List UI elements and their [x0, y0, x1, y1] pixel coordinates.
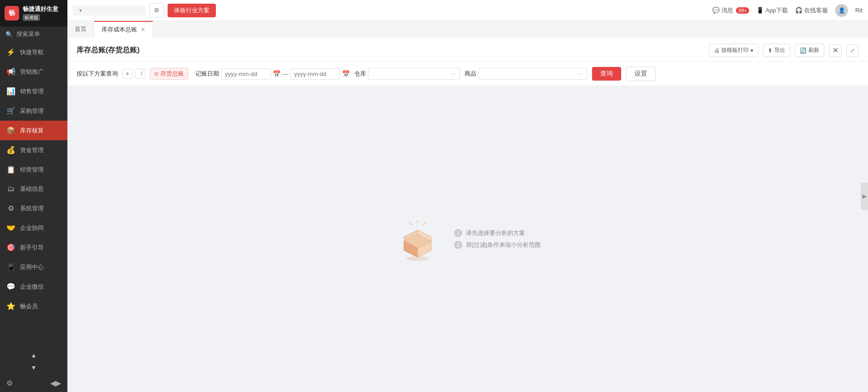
breadcrumb[interactable]: ▾	[73, 5, 146, 15]
sales-icon: 📊	[6, 87, 15, 96]
goods-input-wrap[interactable]: ···	[478, 68, 587, 80]
page-header: 库存总账(存货总账) 🖨 按模板打印 ▾ ⬆ 导出 🔄 刷新 ✕ ⤢	[67, 37, 868, 62]
footer-collapse-icon[interactable]: ◀▶	[50, 379, 61, 387]
message-icon: 💬	[712, 7, 720, 14]
empty-tip-2: 2 用[过滤]条件来缩小分析范围	[454, 241, 540, 249]
svg-point-5	[406, 256, 429, 261]
tab-inventory-ledger[interactable]: 库存成本总账 ✕	[94, 21, 153, 37]
filter-row: 记账日期 📅 — 📅 仓库 ··· 商品	[195, 66, 859, 81]
filter-scheme: ⊙ 存货总账	[150, 68, 188, 80]
date-field-label: 记账日期	[195, 70, 219, 78]
operation-icon: 📋	[6, 165, 15, 174]
user-name[interactable]: Rit	[855, 7, 863, 14]
sidebar-item-wechat[interactable]: 💬 企业微信	[0, 277, 67, 296]
phone-icon: 📱	[756, 7, 764, 14]
goods-input[interactable]	[482, 71, 576, 77]
date-filter-group: 记账日期 📅 — 📅	[195, 68, 350, 80]
app-logo: 畅 畅捷通好生意 标准版	[0, 0, 67, 26]
tip-num-2: 2	[454, 241, 462, 249]
query-button[interactable]: 查询	[592, 67, 621, 81]
close-panel-button[interactable]: ✕	[829, 44, 842, 57]
export-icon: ⬆	[768, 47, 772, 54]
topbar-left: ▾ ⚙ 体验行业方案	[73, 3, 708, 18]
sidebar-item-cooperation[interactable]: 🤝 企业协同	[0, 218, 67, 238]
refresh-button[interactable]: 🔄 刷新	[795, 44, 824, 57]
user-avatar: 👤	[835, 4, 848, 17]
sidebar-item-purchase[interactable]: 🛒 采购管理	[0, 101, 67, 121]
tabbar: 首页 库存成本总账 ✕	[67, 21, 868, 37]
goods-filter-group: 商品 ···	[465, 68, 587, 80]
search-icon: 🔍	[5, 31, 13, 38]
sidebar-item-quick-nav[interactable]: ⚡ 快捷导航	[0, 42, 67, 62]
basic-icon: 🗂	[6, 185, 15, 193]
industry-button[interactable]: 体验行业方案	[168, 4, 216, 17]
app-center-icon: 📱	[6, 263, 15, 271]
sidebar-item-member[interactable]: ⭐ 畅会员	[0, 296, 67, 316]
date-start-input[interactable]	[221, 68, 271, 80]
tab-home[interactable]: 首页	[67, 21, 94, 37]
tip-num-1: 1	[454, 229, 462, 237]
sidebar-item-basic[interactable]: 🗂 基础信息	[0, 179, 67, 199]
settings-icon: ⚙	[154, 7, 159, 14]
app-download-button[interactable]: 📱 App下载	[756, 6, 788, 15]
inventory-icon: 📦	[6, 126, 15, 135]
sidebar-footer: ⚙ ◀▶	[0, 374, 67, 392]
export-button[interactable]: ⬆ 导出	[763, 44, 790, 57]
online-service-button[interactable]: 🎧 在线客服	[795, 6, 828, 15]
empty-illustration	[395, 216, 440, 262]
quick-nav-icon: ⚡	[6, 48, 15, 56]
sidebar-scroll-up[interactable]: ▲	[0, 349, 67, 361]
message-button[interactable]: 💬 消息 99+	[712, 6, 749, 15]
goods-more-icon[interactable]: ···	[578, 70, 583, 77]
warehouse-input-wrap[interactable]: ···	[368, 68, 460, 80]
scheme-chip-icon: ⊙	[154, 71, 158, 77]
sidebar-item-finance[interactable]: 💰 资金管理	[0, 140, 67, 160]
warehouse-input[interactable]	[372, 71, 449, 77]
logo-text: 畅捷通好生意 标准版	[23, 5, 58, 21]
system-icon: ⚙	[6, 204, 15, 213]
sidebar-nav: ⚡ 快捷导航 📢 营销推广 📊 销售管理 🛒 采购管理 📦 库存核算 💰 资金管…	[0, 42, 67, 349]
sidebar: 畅 畅捷通好生意 标准版 🔍 搜索菜单 ⚡ 快捷导航 📢 营销推广 📊 销售管理…	[0, 0, 67, 392]
topbar-settings-button[interactable]: ⚙	[149, 3, 164, 18]
sidebar-item-sales[interactable]: 📊 销售管理	[0, 81, 67, 101]
message-badge: 99+	[736, 7, 749, 14]
svg-line-7	[423, 223, 425, 225]
sidebar-scroll-down[interactable]: ▼	[0, 361, 67, 374]
main-area: ▾ ⚙ 体验行业方案 💬 消息 99+ 📱 App下载 🎧 在线客服 👤	[67, 0, 868, 392]
svg-line-8	[410, 223, 412, 225]
tab-close-icon[interactable]: ✕	[141, 26, 145, 33]
calendar-start-icon[interactable]: 📅	[273, 70, 281, 77]
search-menu[interactable]: 🔍 搜索菜单	[0, 26, 67, 42]
newbie-icon: 🎯	[6, 243, 15, 252]
date-end-input[interactable]	[290, 68, 340, 80]
sidebar-item-system[interactable]: ⚙ 系统管理	[0, 199, 67, 218]
headset-icon: 🎧	[795, 7, 802, 14]
filter-label: 按以下方案查询	[77, 70, 118, 78]
header-actions: 🖨 按模板打印 ▾ ⬆ 导出 🔄 刷新 ✕ ⤢	[709, 44, 859, 57]
sidebar-item-marketing[interactable]: 📢 营销推广	[0, 62, 67, 81]
sidebar-item-app-center[interactable]: 📱 应用中心	[0, 257, 67, 277]
topbar-right: 💬 消息 99+ 📱 App下载 🎧 在线客服 👤 Rit	[712, 4, 863, 17]
chevron-down-icon: ▾	[751, 47, 753, 54]
calendar-end-icon[interactable]: 📅	[342, 70, 350, 77]
sidebar-item-inventory[interactable]: 📦 库存核算	[0, 121, 67, 140]
filter-add-button[interactable]: ＋	[123, 69, 133, 79]
marketing-icon: 📢	[6, 67, 15, 76]
filter-collapse-button[interactable]: 《	[135, 69, 145, 79]
filter-actions: ＋ 《	[123, 69, 145, 79]
print-button[interactable]: 🖨 按模板打印 ▾	[709, 44, 758, 57]
filter-settings-button[interactable]: 设置	[626, 66, 656, 81]
right-panel-toggle[interactable]: ▶	[861, 183, 868, 210]
goods-field-label: 商品	[465, 70, 476, 78]
wechat-icon: 💬	[6, 282, 15, 291]
filter-area: 按以下方案查询 ＋ 《 ⊙ 存货总账 记账日期 📅 — �	[67, 62, 868, 86]
sidebar-item-operation[interactable]: 📋 经营管理	[0, 160, 67, 179]
sidebar-item-newbie[interactable]: 🎯 新手引导	[0, 238, 67, 257]
page-title: 库存总账(存货总账)	[77, 46, 140, 55]
footer-settings-icon[interactable]: ⚙	[6, 379, 13, 387]
date-separator: —	[282, 71, 288, 77]
scheme-chip[interactable]: ⊙ 存货总账	[150, 68, 188, 80]
warehouse-more-icon[interactable]: ···	[450, 70, 456, 77]
finance-icon: 💰	[6, 146, 15, 154]
expand-panel-button[interactable]: ⤢	[846, 44, 859, 57]
